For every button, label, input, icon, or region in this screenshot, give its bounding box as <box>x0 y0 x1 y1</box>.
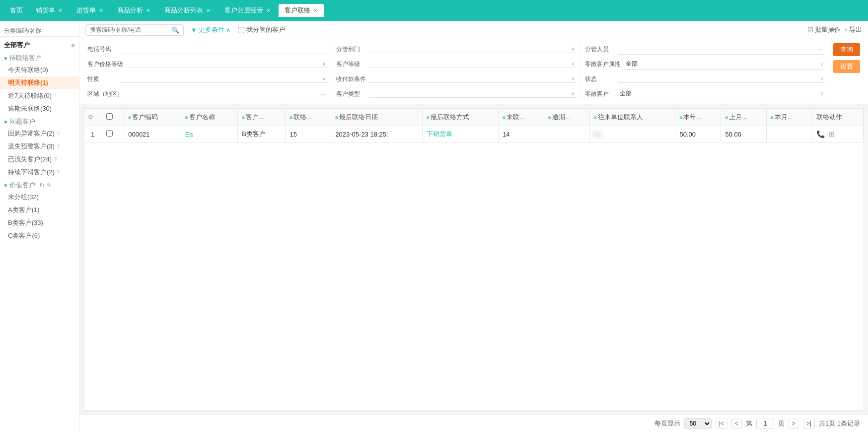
collapse-btn[interactable]: « <box>71 41 75 49</box>
customer-table: ⚙ ≡客户编码 ≡客户名称 ≡客户... ≡联络... ≡最后联络日期 ≡最后联… <box>84 109 864 143</box>
sidebar-ungrouped[interactable]: 未分组(32) <box>0 191 79 204</box>
filter-region-label: 区域（地区） <box>87 90 123 98</box>
first-page-btn[interactable]: |< <box>716 419 727 429</box>
nav-segment-close[interactable]: ✕ <box>266 7 271 14</box>
page-size-select[interactable]: 50 10 20 100 <box>684 418 712 429</box>
main-layout: 🔍 全部客户 « ▾ 待联络客户 今天待联络(0) 明天待联络(1) 近7天待联… <box>0 21 868 432</box>
refresh-icon[interactable]: ↻ <box>39 182 45 189</box>
filter-level-select[interactable]: ∨ <box>369 60 577 68</box>
sidebar-repurchase-abnormal[interactable]: 回购异常客户(2) ? <box>0 127 79 140</box>
query-button[interactable]: 查询 <box>833 43 860 56</box>
filter-price-select[interactable]: ∨ <box>126 60 328 68</box>
help-icon-1: ? <box>57 131 60 137</box>
nav-customer-contact[interactable]: 客户联络 ✕ <box>279 4 324 17</box>
td-name[interactable]: Ea <box>181 126 237 143</box>
payment-chevron: ∨ <box>571 76 575 81</box>
retail-chevron: ∨ <box>820 61 823 67</box>
last-page-btn[interactable]: >| <box>803 419 815 429</box>
pending-contact-group: ▾ 待联络客户 <box>0 52 79 64</box>
td-last-month: 50.00 <box>721 126 767 143</box>
nav-sales-close[interactable]: ✕ <box>58 7 63 14</box>
th-gear[interactable]: ⚙ <box>84 109 102 126</box>
export-label: 导出 <box>849 25 862 34</box>
sidebar-churned[interactable]: 已流失客户(24) ? <box>0 153 79 166</box>
nav-product-close[interactable]: ✕ <box>146 7 150 14</box>
type-chevron: ∨ <box>571 91 575 96</box>
search-input[interactable] <box>90 26 169 33</box>
sidebar-overdue-pending[interactable]: 逾期未联络(30) <box>0 102 79 115</box>
filter-price-level: 客户价格等级 ∨ <box>87 60 328 69</box>
edit-icon[interactable]: ✎ <box>47 182 52 189</box>
filter-nature-select[interactable]: ∨ <box>120 75 328 83</box>
sidebar-7days-pending[interactable]: 近7天待联络(0) <box>0 89 79 102</box>
my-customers-filter[interactable]: 我分管的客户 <box>238 25 285 34</box>
filter-phone-input[interactable] <box>120 45 328 54</box>
sidebar-class-b[interactable]: B类客户(33) <box>0 216 79 229</box>
th-type: ≡客户... <box>238 109 286 126</box>
filter-dept-select[interactable]: ∨ <box>369 45 577 53</box>
nav-contact-close[interactable]: ✕ <box>313 7 318 14</box>
sidebar-today-pending[interactable]: 今天待联络(0) <box>0 64 79 76</box>
filter-manager-select[interactable]: ··· <box>618 44 825 55</box>
th-checkbox[interactable] <box>102 109 124 126</box>
filter-row-2: 客户价格等级 ∨ 客户等级 ∨ <box>87 58 825 70</box>
nav-product-analysis[interactable]: 商品分析 ✕ <box>111 4 156 17</box>
th-contact-count: ≡联络... <box>286 109 331 126</box>
level-chevron: ∨ <box>571 61 575 67</box>
sidebar-tomorrow-pending[interactable]: 明天待联络(1) <box>0 76 79 89</box>
nav-purchase-close[interactable]: ✕ <box>99 7 103 14</box>
nav-home[interactable]: 首页 <box>5 4 28 17</box>
filter-customer-level: 客户等级 ∨ <box>336 60 577 69</box>
filter-type-select[interactable]: ∨ <box>369 90 577 98</box>
filter-status-select[interactable]: ∨ <box>618 75 825 83</box>
manager-dots[interactable]: ··· <box>817 45 823 53</box>
region-dots[interactable]: ··· <box>320 90 326 98</box>
filter-payment-select[interactable]: ∨ <box>369 75 577 83</box>
top-nav: 首页 销货单 ✕ 进货单 ✕ 商品分析 ✕ 商品分析列表 ✕ 客户分层经营 ✕ … <box>0 0 868 21</box>
sidebar-class-a[interactable]: A类客户(1) <box>0 204 79 216</box>
dept-chevron: ∨ <box>571 46 575 52</box>
search-icon[interactable]: 🔍 <box>171 26 179 34</box>
export-btn[interactable]: ↑ 导出 <box>845 25 863 34</box>
sidebar-search-area: 🔍 <box>0 25 79 37</box>
nav-purchase-order[interactable]: 进货单 ✕ <box>71 4 109 17</box>
nav-sales-order[interactable]: 销货单 ✕ <box>30 4 69 17</box>
filter-row-3: 性质 ∨ 收付款条件 ∨ <box>87 73 825 85</box>
problem-customers-group: ▾ 问题客户 <box>0 115 79 127</box>
filter-row-4: 区域（地区） ··· 客户类型 ∨ <box>87 88 825 100</box>
nav-contact-label: 客户联络 <box>285 6 310 15</box>
settings-button[interactable]: 设置 <box>833 60 860 73</box>
call-icon[interactable]: 📞 <box>816 130 825 138</box>
filter-region-select[interactable]: ··· <box>126 89 328 99</box>
nav-product-analysis-list[interactable]: 商品分析列表 ✕ <box>158 4 217 17</box>
my-customers-checkbox[interactable] <box>238 27 244 33</box>
more-filters-btn[interactable]: ▼ 更多条件 ∧ <box>188 24 234 36</box>
row-checkbox[interactable] <box>106 130 113 137</box>
next-page-btn[interactable]: > <box>789 419 799 429</box>
th-last-date: ≡最后联络日期 <box>331 109 423 126</box>
sidebar-churn-warning[interactable]: 流失预警客户(3) ? <box>0 140 79 153</box>
td-last-method[interactable]: 下销货单 <box>422 126 498 143</box>
th-last-month: ≡上月... <box>721 109 767 126</box>
grid-icon[interactable]: ⊞ <box>829 130 835 138</box>
prev-page-btn[interactable]: < <box>731 419 742 429</box>
page-input[interactable] <box>756 419 774 429</box>
sidebar-class-c[interactable]: C类客户(6) <box>0 229 79 242</box>
batch-op-btn[interactable]: ☑ 批量操作 <box>807 25 841 34</box>
all-customers-header: 全部客户 « <box>0 39 79 52</box>
sidebar-search-input[interactable] <box>4 27 78 34</box>
nav-product-list-close[interactable]: ✕ <box>206 7 211 14</box>
filter-retail-attr-select[interactable]: 全部 ∨ <box>624 59 825 70</box>
select-all-checkbox[interactable] <box>106 113 113 120</box>
filter-row-1: 电话号码 分管部门 ∨ 分管人员 <box>87 43 825 55</box>
td-contact-count: 15 <box>286 126 331 143</box>
sidebar-declining[interactable]: 持续下滑客户(2) ? <box>0 166 79 179</box>
td-last-date: 2023-05-23 18:25: <box>331 126 423 143</box>
nav-product-list-label: 商品分析列表 <box>164 6 203 15</box>
td-checkbox[interactable] <box>102 126 124 143</box>
pending-contact-label: 待联络客户 <box>9 54 42 63</box>
td-type: B类客户 <box>238 126 286 143</box>
filter-retail-select[interactable]: 全部 ∨ <box>618 88 825 99</box>
td-this-year: 50.00 <box>675 126 721 143</box>
nav-customer-segment[interactable]: 客户分层经营 ✕ <box>218 4 277 17</box>
